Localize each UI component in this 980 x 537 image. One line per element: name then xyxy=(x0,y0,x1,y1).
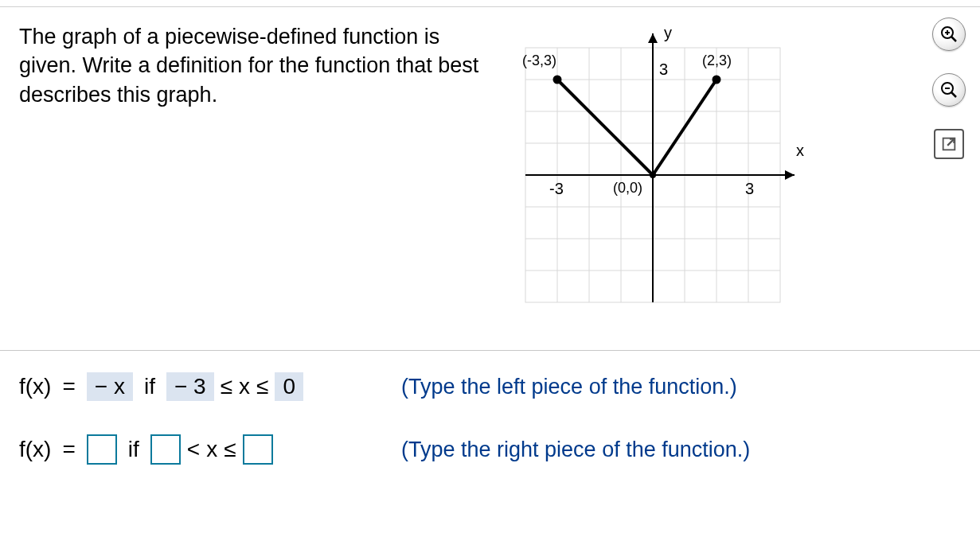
row1-lower-input[interactable]: − 3 xyxy=(166,372,214,401)
row1-fx: f(x) xyxy=(19,374,51,399)
popout-button[interactable] xyxy=(934,129,964,159)
x-tick-neg3: -3 xyxy=(549,180,564,197)
svg-line-30 xyxy=(947,139,954,146)
svg-line-27 xyxy=(951,92,956,97)
row2-hint: (Type the right piece of the function.) xyxy=(401,438,750,462)
svg-line-17 xyxy=(557,80,653,175)
row1-expr-input[interactable]: − x xyxy=(87,372,133,401)
graph-svg: y x -3 3 3 (-3,3) (2,3) (0,0) xyxy=(494,16,812,318)
row1-eq: = xyxy=(62,374,75,399)
x-axis-label: x xyxy=(796,142,804,159)
row2-op2: ≤ xyxy=(224,437,236,462)
x-tick-3: 3 xyxy=(745,180,754,197)
graph-figure: y x -3 3 3 (-3,3) (2,3) (0,0) xyxy=(494,16,812,318)
row2-expr-input[interactable] xyxy=(87,434,117,465)
equation-row-1: f(x) = − x if − 3 ≤ x ≤ 0 (Type the left… xyxy=(19,372,959,401)
row1-if: if xyxy=(144,374,155,399)
svg-point-19 xyxy=(553,76,562,84)
row2-eq: = xyxy=(62,437,75,462)
svg-point-20 xyxy=(713,76,721,84)
equation-row-2: f(x) = if < x ≤ (Type the right piece of… xyxy=(19,434,959,465)
row1-op1: ≤ xyxy=(221,374,232,399)
row2-op1: < xyxy=(187,437,200,462)
function-plot xyxy=(553,76,721,179)
row2-fx: f(x) xyxy=(19,437,51,462)
zoom-out-icon xyxy=(939,80,959,99)
answer-area: f(x) = − x if − 3 ≤ x ≤ 0 (Type the left… xyxy=(19,372,959,498)
tool-panel xyxy=(932,18,966,159)
point-label-neg33: (-3,3) xyxy=(522,53,556,68)
problem-container: The graph of a piecewise-defined functio… xyxy=(0,0,980,537)
svg-point-21 xyxy=(650,172,656,178)
popout-icon xyxy=(940,135,958,153)
y-tick-3: 3 xyxy=(659,60,668,78)
point-label-00: (0,0) xyxy=(613,180,642,196)
row2-lower-input[interactable] xyxy=(150,434,181,465)
section-divider xyxy=(0,350,980,351)
zoom-in-icon xyxy=(939,25,959,44)
svg-marker-16 xyxy=(648,33,658,43)
row2-var: x xyxy=(206,437,217,462)
row1-op2: ≤ xyxy=(256,374,268,399)
question-text: The graph of a piecewise-defined functio… xyxy=(19,22,481,109)
svg-line-23 xyxy=(951,37,956,41)
row1-var: x xyxy=(239,374,250,399)
svg-marker-14 xyxy=(785,170,795,180)
row2-upper-input[interactable] xyxy=(243,434,273,465)
row1-hint: (Type the left piece of the function.) xyxy=(401,375,737,399)
y-axis-label: y xyxy=(664,24,672,41)
row1-lhs: f(x) = − x if − 3 ≤ x ≤ 0 xyxy=(19,372,401,401)
top-divider xyxy=(0,6,980,7)
row2-if: if xyxy=(128,437,139,462)
row1-upper-input[interactable]: 0 xyxy=(275,372,303,401)
row2-lhs: f(x) = if < x ≤ xyxy=(19,434,401,465)
zoom-in-button[interactable] xyxy=(932,18,966,51)
zoom-out-button[interactable] xyxy=(932,73,966,107)
point-label-23: (2,3) xyxy=(702,53,732,68)
